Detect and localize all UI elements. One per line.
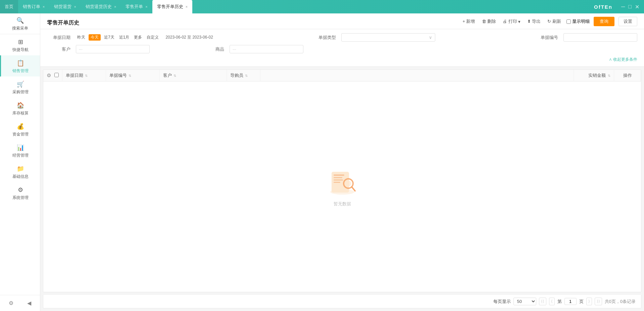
print-button[interactable]: 🖨 打印 ▾ [501,18,522,25]
tab-label-retail-open: 零售开单 [126,4,143,10]
tab-close-sales-return-history[interactable]: × [114,5,116,9]
sidebar-item-base-info[interactable]: 📁基础信息 [0,161,40,182]
th-date[interactable]: 单据日期 ⇅ [62,70,106,82]
sidebar-items-container: ⊞快捷导航📋销售管理🛒采购管理🏠库存核算💰资金管理📊经营管理📁基础信息⚙系统管理 [0,34,40,203]
sidebar-settings-icon[interactable]: ⚙ [6,299,16,308]
filter-row-date: 单据日期 昨天今天近7天近1月更多自定义 2023-06-02 至 2023-0… [47,33,637,42]
display-detail-label: 显示明细 [572,18,590,24]
tab-close-retail-open[interactable]: × [145,5,147,9]
th-op-label: 操作 [623,73,632,78]
tab-label-sales-return-history: 销货退货历史 [86,4,112,10]
tab-label-retail-history: 零售开单历史 [157,4,183,10]
window-close[interactable]: ✕ [635,4,639,10]
sidebar-item-sys-mgmt[interactable]: ⚙系统管理 [0,182,40,203]
date-opt-more[interactable]: 更多 [133,34,143,41]
tab-retail-open[interactable]: 零售开单× [121,0,152,13]
sidebar-item-sales-mgmt[interactable]: 📋销售管理 [0,55,40,76]
th-guide-label: 导购员 [230,73,243,78]
sidebar-item-operations[interactable]: 📊经营管理 [0,140,40,161]
date-opt-last1m[interactable]: 近1月 [118,34,131,41]
sidebar-item-purchase-mgmt[interactable]: 🛒采购管理 [0,76,40,98]
svg-rect-2 [334,174,344,176]
date-opt-yesterday[interactable]: 昨天 [76,34,87,41]
order-type-arrow: ∨ [429,35,432,40]
first-page-btn[interactable]: ⟨⟨ [539,298,546,305]
th-no-sort[interactable]: ⇅ [129,74,131,77]
th-amount[interactable]: 实销金额 ⇅ [574,70,614,82]
product-label: 商品 [201,46,224,52]
delete-button[interactable]: 🗑 删除 [481,18,498,25]
page-input[interactable] [564,298,577,305]
select-all-checkbox[interactable] [54,73,59,77]
empty-state: 暂无数据 [43,82,641,292]
print-arrow-icon: ▾ [518,19,521,24]
customer-select[interactable]: ··· [76,45,150,53]
settings-button[interactable]: 设置 [618,17,637,26]
sidebar-label-finance: 资金管理 [12,132,29,137]
sidebar-label-quick-nav: 快捷导航 [12,47,29,53]
data-table: ⚙ 单据日期 ⇅ 单据编号 ⇅ [43,70,641,82]
per-page-select[interactable]: 102050100 [513,298,536,305]
th-amount-sort[interactable]: ⇅ [608,74,610,77]
tab-close-sales-order[interactable]: × [43,5,45,9]
tab-close-retail-history[interactable]: × [186,5,188,9]
sidebar-icon-finance: 💰 [17,123,24,130]
page-suffix: 页 [579,299,584,305]
product-select[interactable]: ··· [230,45,303,53]
page-header: 零售开单历史 + 新增 🗑 删除 🖨 打印 ▾ ⬆ 导出 ↻ 刷新 显示明细 查… [40,13,644,29]
th-customer-sort[interactable]: ⇅ [174,74,176,77]
sidebar-item-finance[interactable]: 💰资金管理 [0,119,40,140]
sidebar-search-label: 搜索采单 [12,25,28,31]
tab-home[interactable]: 首页 [0,0,18,13]
top-bar: 首页销售订单×销货退货×销货退货历史×零售开单×零售开单历史× OfTEn ─ … [0,0,644,13]
last-page-btn[interactable]: ⟩⟩ [595,298,602,305]
query-button[interactable]: 查询 [594,17,614,26]
sidebar-search[interactable]: 🔍 搜索采单 [0,13,40,34]
order-no-input[interactable] [563,33,637,42]
collapse-button[interactable]: ∧ 收起更多条件 [609,57,637,62]
svg-point-7 [345,180,351,187]
display-detail-checkbox[interactable] [566,19,571,24]
sidebar-item-quick-nav[interactable]: ⊞快捷导航 [0,34,40,55]
tab-label-sales-order: 销售订单 [23,4,40,10]
tab-retail-history[interactable]: 零售开单历史× [152,0,192,13]
sidebar-item-inventory[interactable]: 🏠库存核算 [0,98,40,119]
th-guide-sort[interactable]: ⇅ [245,74,248,77]
svg-rect-3 [334,177,342,178]
display-detail-toggle[interactable]: 显示明细 [566,18,590,24]
sidebar-label-purchase-mgmt: 采购管理 [12,89,29,95]
th-date-sort[interactable]: ⇅ [85,74,88,77]
tab-sales-order[interactable]: 销售订单× [18,0,49,13]
date-opt-today[interactable]: 今天 [89,34,101,41]
refresh-button[interactable]: ↻ 刷新 [546,18,562,25]
th-check: ⚙ [43,70,62,82]
top-tabs: 首页销售订单×销货退货×销货退货历史×零售开单×零售开单历史× [0,0,594,13]
order-type-select[interactable]: ∨ [341,33,435,42]
sidebar-icon-sys-mgmt: ⚙ [18,186,23,194]
prev-page-btn[interactable]: ⟨ [549,298,555,305]
th-no[interactable]: 单据编号 ⇅ [106,70,159,82]
export-button[interactable]: ⬆ 导出 [526,18,542,25]
window-maximize[interactable]: □ [628,4,632,10]
page-title: 零售开单历史 [47,19,79,27]
th-customer[interactable]: 客户 ⇅ [159,70,227,82]
tab-sales-return-history[interactable]: 销货退货历史× [81,0,121,13]
top-bar-right: OfTEn ─ □ ✕ [594,4,644,10]
table-container: ⚙ 单据日期 ⇅ 单据编号 ⇅ [43,69,641,292]
tab-sales-return[interactable]: 销货退货× [49,0,81,13]
th-date-label: 单据日期 [66,73,83,78]
window-minimize[interactable]: ─ [621,4,625,10]
tab-close-sales-return[interactable]: × [74,5,76,9]
settings-icon[interactable]: ⚙ [47,72,51,78]
next-page-btn[interactable]: ⟩ [586,298,592,305]
new-button[interactable]: + 新增 [461,18,476,25]
sidebar-label-base-info: 基础信息 [12,174,29,179]
sidebar-collapse-icon[interactable]: ◀ [24,299,34,308]
date-opt-last7[interactable]: 近7天 [103,34,116,41]
date-opt-custom[interactable]: 自定义 [145,34,160,41]
sidebar-bottom: ⚙ ◀ [0,295,40,311]
sidebar-label-sales-mgmt: 销售管理 [12,68,29,74]
sidebar-icon-sales-mgmt: 📋 [17,59,24,67]
sidebar-label-inventory: 库存核算 [12,110,29,116]
th-guide[interactable]: 导购员 ⇅ [227,70,260,82]
